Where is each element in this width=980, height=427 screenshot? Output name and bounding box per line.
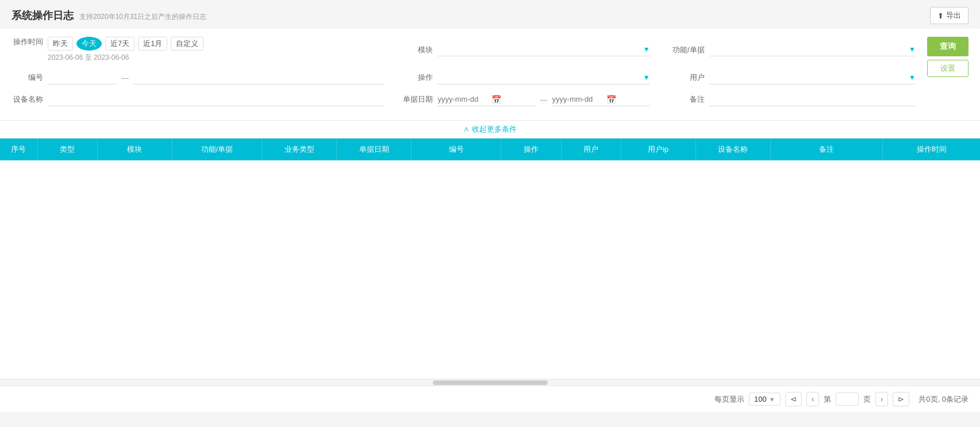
pagination: 每页显示 100 ▼ ⊲ ‹ 第 1 页 › ⊳ 共0页, 0条记录 [0,386,980,412]
module-filter-item: 模块 ▼ [401,43,650,56]
date-end-input[interactable] [552,95,604,103]
module-arrow-icon: ▼ [643,45,650,53]
time-btn-custom[interactable]: 自定义 [171,37,203,51]
remark-label: 备注 [667,94,705,105]
col-module: 模块 [97,139,172,160]
date-start-input[interactable] [437,95,489,103]
next-page-button[interactable]: › [875,392,888,406]
title-area: 系统操作日志 支持2020年10月31日之后产生的操作日志 [11,9,206,22]
device-input[interactable] [48,93,384,106]
scroll-thumb[interactable] [433,380,548,385]
per-page-select[interactable]: 100 ▼ [749,393,781,406]
col-operation: 操作 [501,139,561,160]
filter-row-1: 操作时间 昨天 今天 近7天 近1月 自定义 2023-06-06 至 2023… [11,37,916,63]
time-btn-today[interactable]: 今天 [76,37,102,51]
date-end-wrap: 📅 [552,93,650,106]
page-label: 第 [824,394,831,405]
function-arrow-icon: ▼ [909,45,916,53]
export-button[interactable]: ⬆ 导出 [930,7,969,24]
page-unit: 页 [863,394,871,405]
filter-rows-wrap: 操作时间 昨天 今天 近7天 近1月 自定义 2023-06-06 至 2023… [11,37,969,114]
collapse-icon: ∧ [463,125,470,133]
table-head: 序号 类型 模块 功能/单据 业务类型 单据日期 编号 操作 用户 用户ip 设… [0,139,980,160]
prev-page-button[interactable]: ‹ [806,392,819,406]
function-filter-item: 功能/单据 ▼ [667,43,916,56]
time-label: 操作时间 [11,37,43,47]
setting-button[interactable]: 设置 [927,60,969,77]
time-btn-7days[interactable]: 近7天 [105,37,134,51]
action-buttons: 查询 设置 [927,37,969,77]
number-filter-item: 编号 — [11,71,384,84]
device-label: 设备名称 [11,94,43,105]
calendar-start-icon[interactable]: 📅 [491,95,501,104]
col-seq: 序号 [0,139,37,160]
collapse-bar[interactable]: ∧ 收起更多条件 [0,121,980,139]
per-page-label: 每页显示 [714,394,744,405]
filter-rows-col: 操作时间 昨天 今天 近7天 近1月 自定义 2023-06-06 至 2023… [11,37,916,114]
col-function: 功能/单据 [172,139,262,160]
first-page-button[interactable]: ⊲ [785,392,802,406]
empty-area [0,160,980,379]
page-subtitle: 支持2020年10月31日之后产生的操作日志 [79,12,206,22]
col-number: 编号 [412,139,501,160]
remark-input[interactable] [709,93,916,106]
col-op-time: 操作时间 [883,139,980,160]
col-type: 类型 [37,139,97,160]
scroll-area[interactable] [0,379,980,386]
table-section: 序号 类型 模块 功能/单据 业务类型 单据日期 编号 操作 用户 用户ip 设… [0,139,980,379]
operation-filter-item: 操作 ▼ [401,71,650,84]
page-header: 系统操作日志 支持2020年10月31日之后产生的操作日志 ⬆ 导出 [0,0,980,29]
query-button[interactable]: 查询 [927,37,969,56]
user-select[interactable]: ▼ [709,71,916,84]
per-page-arrow-icon: ▼ [769,396,775,403]
module-select[interactable]: ▼ [437,43,650,56]
user-filter-item: 用户 ▼ [667,71,916,84]
page-title: 系统操作日志 [11,9,74,22]
number-input-start[interactable] [48,71,117,84]
col-biz-type: 业务类型 [262,139,336,160]
function-label: 功能/单据 [667,45,705,55]
time-filter-item: 操作时间 昨天 今天 近7天 近1月 自定义 2023-06-06 至 2023… [11,37,384,63]
function-select[interactable]: ▼ [709,43,916,56]
filter-panel: 操作时间 昨天 今天 近7天 近1月 自定义 2023-06-06 至 2023… [0,29,980,121]
module-label: 模块 [401,45,433,55]
time-filter-group: 昨天 今天 近7天 近1月 自定义 2023-06-06 至 2023-06-0… [48,37,203,63]
per-page-value: 100 [754,395,767,403]
voucher-date-filter-item: 单据日期 📅 — 📅 [401,93,650,106]
filter-row-2: 编号 — 操作 ▼ 用户 [11,71,916,84]
last-page-button[interactable]: ⊳ [893,392,909,406]
remark-filter-item: 备注 [667,93,916,106]
export-icon: ⬆ [937,11,944,20]
data-table: 序号 类型 模块 功能/单据 业务类型 单据日期 编号 操作 用户 用户ip 设… [0,139,980,160]
time-options: 昨天 今天 近7天 近1月 自定义 [48,37,203,51]
col-remark: 备注 [770,139,882,160]
operation-arrow-icon: ▼ [643,74,650,82]
voucher-date-label: 单据日期 [401,94,433,105]
number-sep: — [121,74,129,82]
date-range-display: 2023-06-06 至 2023-06-06 [48,53,203,63]
table-header-row: 序号 类型 模块 功能/单据 业务类型 单据日期 编号 操作 用户 用户ip 设… [0,139,980,160]
user-label: 用户 [667,72,705,83]
page-total: 共0页, 0条记录 [918,394,969,405]
operation-select[interactable]: ▼ [437,71,650,84]
col-user: 用户 [561,139,621,160]
time-btn-1month[interactable]: 近1月 [138,37,167,51]
collapse-label: 收起更多条件 [472,125,517,133]
filter-row-3: 设备名称 单据日期 📅 — 📅 [11,93,916,106]
operation-label: 操作 [401,72,433,83]
calendar-end-icon[interactable]: 📅 [606,95,616,104]
device-filter-item: 设备名称 [11,93,384,106]
date-sep: — [540,95,548,104]
date-start-wrap: 📅 [437,93,535,106]
col-user-ip: 用户ip [621,139,695,160]
page-number-input[interactable]: 1 [836,393,859,406]
col-device: 设备名称 [695,139,770,160]
time-btn-yesterday[interactable]: 昨天 [48,37,73,51]
col-voucher-date: 单据日期 [337,139,412,160]
number-input-end[interactable] [133,71,384,84]
user-arrow-icon: ▼ [909,74,916,82]
number-label: 编号 [11,72,43,83]
